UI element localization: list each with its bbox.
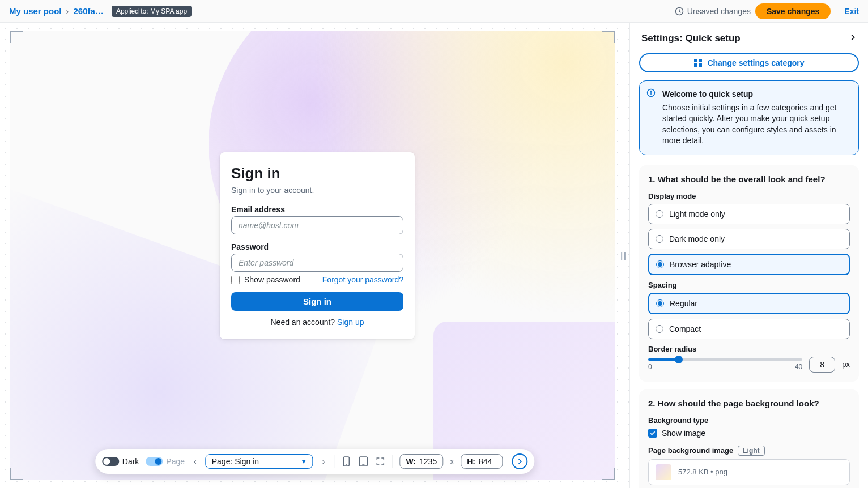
grid-icon	[693, 58, 703, 67]
q1-section: 1. What should be the overall look and f…	[639, 165, 859, 382]
svg-rect-7	[694, 63, 697, 67]
thumbnail-icon	[656, 464, 671, 480]
bg-type-label: Background type	[648, 416, 850, 425]
px-label: px	[842, 360, 850, 369]
width-input[interactable]: W: 1235	[399, 454, 443, 469]
show-password-checkbox[interactable]	[231, 276, 240, 284]
spacing-regular-option[interactable]: Regular	[648, 293, 850, 314]
page-mode-toggle[interactable]: Page	[146, 457, 185, 466]
signup-row: Need an account? Sign up	[231, 318, 403, 327]
panel-title: Settings: Quick setup	[641, 33, 741, 44]
signin-subtitle: Sign in to your account.	[231, 186, 403, 195]
info-alert: Welcome to quick setup Choose initial se…	[639, 80, 859, 155]
info-icon	[646, 88, 656, 97]
display-dark-option[interactable]: Dark mode only	[648, 229, 850, 249]
exit-link[interactable]: Exit	[844, 7, 859, 16]
settings-panel: Settings: Quick setup Change settings ca…	[630, 23, 868, 488]
svg-rect-8	[699, 63, 702, 67]
top-bar: My user pool › 260fa… Applied to: My SPA…	[0, 0, 868, 23]
spacing-compact-option[interactable]: Compact	[648, 319, 850, 339]
canvas-area: Sign in Sign in to your account. Email a…	[0, 23, 630, 488]
device-tablet-button[interactable]	[358, 456, 368, 467]
change-category-button[interactable]: Change settings category	[639, 53, 859, 72]
collapse-panel-button[interactable]	[849, 33, 857, 44]
page-select[interactable]: Page: Sign in ▼	[206, 454, 313, 469]
page-bg-label: Page background image Light	[648, 446, 850, 456]
dropdown-icon: ▼	[301, 458, 307, 465]
show-image-checkbox[interactable]: Show image	[648, 429, 850, 438]
signin-button[interactable]: Sign in	[231, 292, 403, 311]
display-light-option[interactable]: Light mode only	[648, 204, 850, 224]
display-mode-label: Display mode	[648, 192, 850, 200]
forgot-password-link[interactable]: Forgot your password?	[322, 275, 403, 284]
spacing-label: Spacing	[648, 281, 850, 289]
signin-card: Sign in Sign in to your account. Email a…	[220, 152, 415, 339]
breadcrumb-id[interactable]: 260fa…	[74, 6, 104, 16]
bg-image-preview[interactable]: 572.8 KB • png	[648, 459, 850, 485]
display-adaptive-option[interactable]: Browser adaptive	[648, 254, 850, 275]
svg-rect-6	[699, 59, 702, 62]
radius-input[interactable]: 8	[809, 357, 835, 373]
preview-toolbar: Dark Page ‹ Page: Sign in ▼ ›	[95, 449, 534, 474]
email-input[interactable]	[231, 216, 403, 234]
password-label: Password	[231, 242, 403, 251]
breadcrumb-sep-icon: ›	[66, 6, 69, 16]
unsaved-status: Unsaved changes	[675, 7, 751, 16]
corner-marker-icon	[10, 31, 23, 43]
height-input[interactable]: H: 844	[461, 454, 503, 469]
q2-title: 2. How should the page background look?	[648, 399, 850, 408]
radius-slider[interactable]	[648, 358, 802, 361]
fullscreen-button[interactable]	[375, 456, 385, 466]
corner-marker-icon	[602, 468, 615, 480]
next-page-button[interactable]: ›	[320, 457, 327, 466]
email-label: Email address	[231, 205, 403, 214]
times-icon: x	[450, 457, 454, 466]
radius-label: Border radius	[648, 345, 850, 353]
check-icon	[648, 429, 657, 438]
q1-title: 1. What should be the overall look and f…	[648, 174, 850, 184]
save-changes-button[interactable]: Save changes	[755, 3, 831, 19]
panel-resize-handle[interactable]: ||	[620, 251, 627, 260]
svg-rect-5	[694, 59, 697, 62]
signin-title: Sign in	[231, 165, 403, 182]
light-chip: Light	[738, 446, 764, 456]
corner-marker-icon	[602, 31, 615, 43]
svg-point-11	[651, 91, 652, 92]
info-body: Choose initial settings in a few categor…	[662, 102, 850, 147]
signup-link[interactable]: Sign up	[337, 318, 364, 327]
history-icon	[675, 7, 684, 16]
applied-to-badge: Applied to: My SPA app	[112, 6, 192, 17]
device-mobile-button[interactable]	[341, 456, 351, 467]
preview-viewport: Sign in Sign in to your account. Email a…	[10, 31, 615, 480]
dark-mode-toggle[interactable]: Dark	[102, 457, 139, 466]
prev-page-button[interactable]: ‹	[192, 457, 199, 466]
show-password-toggle[interactable]: Show password	[231, 275, 300, 284]
password-input[interactable]	[231, 254, 403, 272]
info-heading: Welcome to quick setup	[662, 89, 850, 100]
q2-section: 2. How should the page background look? …	[639, 389, 859, 488]
corner-marker-icon	[10, 468, 23, 480]
breadcrumb-pool[interactable]: My user pool	[9, 6, 62, 16]
toolbar-next-button[interactable]	[512, 453, 527, 469]
